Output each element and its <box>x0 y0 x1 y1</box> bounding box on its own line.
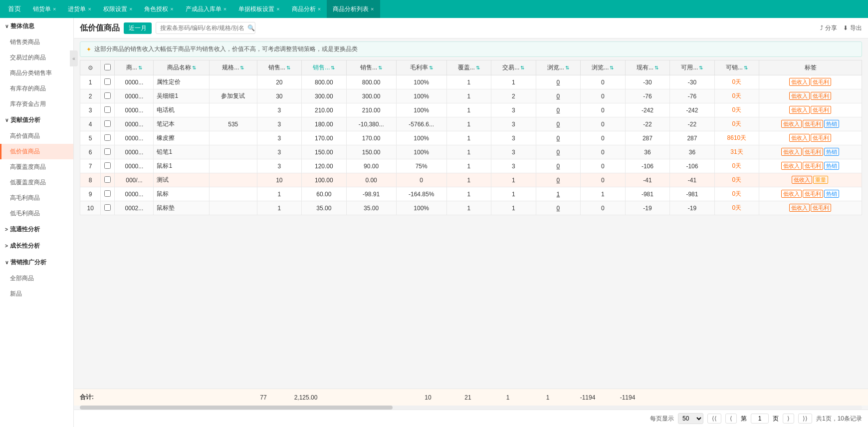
prev-page-button[interactable]: ⟨ <box>725 414 737 424</box>
cell-checkbox[interactable] <box>101 117 115 131</box>
col-cost[interactable]: 销售...⇅ <box>346 60 396 75</box>
sidebar-section-marketing[interactable]: ∨ 营销推广分析 <box>0 254 73 271</box>
row-checkbox[interactable] <box>104 78 111 85</box>
nav-permission[interactable]: 权限设置 × <box>97 0 138 18</box>
nav-purchase-order[interactable]: 进货单 × <box>62 0 97 18</box>
nav-close-analysis[interactable]: × <box>318 6 321 12</box>
cell-checkbox[interactable] <box>101 89 115 103</box>
filter-period-button[interactable]: 近一月 <box>124 22 152 34</box>
col-gear[interactable]: ⚙ <box>80 60 101 75</box>
col-browse1[interactable]: 浏览...⇅ <box>536 60 581 75</box>
nav-template[interactable]: 单据模板设置 × <box>232 0 285 18</box>
row-checkbox[interactable] <box>104 162 111 169</box>
row-checkbox[interactable] <box>104 148 111 155</box>
row-checkbox[interactable] <box>104 120 111 127</box>
browse-link[interactable]: 0 <box>557 149 560 156</box>
cell-checkbox[interactable] <box>101 131 115 145</box>
row-checkbox[interactable] <box>104 176 111 183</box>
cell-browse1[interactable]: 0 <box>536 145 581 159</box>
row-checkbox[interactable] <box>104 190 111 197</box>
nav-product-stock[interactable]: 产成品入库单 × <box>180 0 232 18</box>
page-number-input[interactable] <box>751 414 769 424</box>
row-checkbox[interactable] <box>104 106 111 113</box>
cell-name[interactable]: 吴细细1 <box>154 89 209 103</box>
sidebar-item-low-margin[interactable]: 低毛利商品 <box>0 206 73 221</box>
sidebar-item-category-sales[interactable]: 商品分类销售率 <box>0 65 73 81</box>
col-coverage[interactable]: 覆盖...⇅ <box>446 60 491 75</box>
cell-name[interactable]: 测试 <box>154 173 209 187</box>
col-select-all[interactable] <box>101 60 115 75</box>
sidebar-item-traded-goods[interactable]: 交易过的商品 <box>0 50 73 65</box>
cell-browse1[interactable]: 0 <box>536 131 581 145</box>
search-input[interactable] <box>156 22 255 34</box>
browse-link[interactable]: 0 <box>557 135 560 142</box>
sidebar-item-low-coverage[interactable]: 低覆盖度商品 <box>0 175 73 190</box>
nav-close-purchase[interactable]: × <box>88 6 91 12</box>
nav-role-auth[interactable]: 角色授权 × <box>138 0 179 18</box>
col-saleable[interactable]: 可销...⇅ <box>714 60 759 75</box>
browse-link[interactable]: 0 <box>557 121 560 128</box>
cell-name[interactable]: 鼠标 <box>154 187 209 201</box>
browse-link[interactable]: 1 <box>557 191 560 198</box>
sidebar-item-all-goods[interactable]: 全部商品 <box>0 271 73 286</box>
browse-link[interactable]: 0 <box>557 177 560 184</box>
nav-home[interactable]: 首页 <box>2 0 27 18</box>
cell-checkbox[interactable] <box>101 201 115 215</box>
col-transaction[interactable]: 交易...⇅ <box>491 60 536 75</box>
sidebar-section-overall[interactable]: ∨ 整体信息 <box>0 18 73 34</box>
col-code[interactable]: 商...⇅ <box>115 60 154 75</box>
row-checkbox[interactable] <box>104 134 111 141</box>
cell-checkbox[interactable] <box>101 145 115 159</box>
browse-link[interactable]: 0 <box>557 205 560 212</box>
cell-checkbox[interactable] <box>101 103 115 117</box>
sidebar-item-sales-goods[interactable]: 销售类商品 <box>0 34 73 50</box>
select-all-checkbox[interactable] <box>104 64 111 70</box>
nav-close-template[interactable]: × <box>276 6 279 12</box>
cell-name[interactable]: 鼠标垫 <box>154 201 209 215</box>
sidebar-item-stock-capital[interactable]: 库存资金占用 <box>0 96 73 112</box>
cell-browse1[interactable]: 0 <box>536 75 581 89</box>
last-page-button[interactable]: ⟩⟩ <box>798 414 812 424</box>
col-browse2[interactable]: 浏览...⇅ <box>581 60 626 75</box>
col-spec[interactable]: 规格...⇅ <box>209 60 257 75</box>
sidebar-item-new-goods[interactable]: 新品 <box>0 286 73 302</box>
row-checkbox[interactable] <box>104 204 111 211</box>
sidebar-item-high-margin[interactable]: 高毛利商品 <box>0 190 73 206</box>
browse-link[interactable]: 0 <box>557 107 560 114</box>
col-qty[interactable]: 销售...⇅ <box>257 60 302 75</box>
nav-close-permission[interactable]: × <box>129 6 132 12</box>
nav-product-analysis[interactable]: 商品分析 × <box>286 0 327 18</box>
col-available[interactable]: 可用...⇅ <box>670 60 715 75</box>
cell-name[interactable]: 笔记本 <box>154 117 209 131</box>
browse-link[interactable]: 0 <box>557 93 560 100</box>
sidebar-section-liquidity[interactable]: > 流通性分析 <box>0 221 73 238</box>
sidebar-section-growth[interactable]: > 成长性分析 <box>0 238 73 254</box>
cell-browse1[interactable]: 0 <box>536 159 581 173</box>
cell-name[interactable]: 橡皮擦 <box>154 131 209 145</box>
cell-browse1[interactable]: 0 <box>536 173 581 187</box>
cell-checkbox[interactable] <box>101 187 115 201</box>
page-size-select[interactable]: 50 100 200 <box>678 413 703 424</box>
nav-sales-order[interactable]: 销货单 × <box>27 0 62 18</box>
share-button[interactable]: ⤴ 分享 <box>820 24 837 32</box>
column-settings-icon[interactable]: ⚙ <box>88 64 93 71</box>
cell-checkbox[interactable] <box>101 159 115 173</box>
col-name[interactable]: 商品名称⇅ <box>154 60 209 75</box>
sidebar-item-high-coverage[interactable]: 高覆盖度商品 <box>0 159 73 175</box>
nav-close-analysis-list[interactable]: × <box>371 6 374 12</box>
cell-checkbox[interactable] <box>101 75 115 89</box>
cell-browse1[interactable]: 1 <box>536 187 581 201</box>
sidebar-item-high-value[interactable]: 高价值商品 <box>0 128 73 144</box>
nav-close-product[interactable]: × <box>223 6 226 12</box>
cell-browse1[interactable]: 0 <box>536 117 581 131</box>
first-page-button[interactable]: ⟨⟨ <box>707 414 721 424</box>
cell-browse1[interactable]: 0 <box>536 103 581 117</box>
search-icon[interactable]: 🔍 <box>247 24 255 31</box>
export-button[interactable]: ⬇ 导出 <box>843 24 862 32</box>
cell-name[interactable]: 鼠标1 <box>154 159 209 173</box>
cell-name[interactable]: 铅笔1 <box>154 145 209 159</box>
col-current[interactable]: 现有...⇅ <box>625 60 670 75</box>
cell-name[interactable]: 电话机 <box>154 103 209 117</box>
browse-link[interactable]: 0 <box>557 163 560 170</box>
col-amount[interactable]: 销售...⇅ <box>302 60 347 75</box>
